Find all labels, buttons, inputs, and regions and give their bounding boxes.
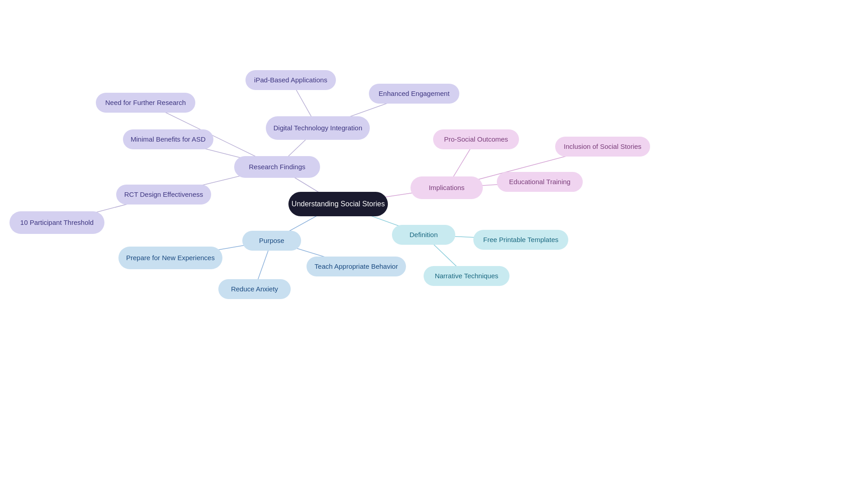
node-prepare-experiences[interactable]: Prepare for New Experiences <box>118 247 222 269</box>
node-teach-behavior[interactable]: Teach Appropriate Behavior <box>307 257 406 276</box>
node-digital-tech[interactable]: Digital Technology Integration <box>266 116 370 140</box>
node-label-inclusion-social: Inclusion of Social Stories <box>562 142 643 151</box>
node-label-prepare-experiences: Prepare for New Experiences <box>124 253 217 262</box>
node-label-enhanced-engagement: Enhanced Engagement <box>377 89 452 98</box>
node-need-research[interactable]: Need for Further Research <box>96 93 195 113</box>
node-label-ipad-apps: iPad-Based Applications <box>252 76 329 85</box>
node-label-10-participant: 10 Participant Threshold <box>19 218 95 227</box>
connections-svg <box>0 0 868 490</box>
node-label-purpose: Purpose <box>257 236 286 245</box>
node-label-center: Understanding Social Stories <box>290 200 387 209</box>
node-label-reduce-anxiety: Reduce Anxiety <box>229 285 280 294</box>
node-free-templates[interactable]: Free Printable Templates <box>473 230 568 250</box>
node-label-teach-behavior: Teach Appropriate Behavior <box>313 262 400 271</box>
node-minimal-benefits[interactable]: Minimal Benefits for ASD <box>123 129 213 149</box>
node-label-minimal-benefits: Minimal Benefits for ASD <box>129 135 208 144</box>
node-ipad-apps[interactable]: iPad-Based Applications <box>245 70 336 90</box>
node-center[interactable]: Understanding Social Stories <box>288 192 388 216</box>
node-10-participant[interactable]: 10 Participant Threshold <box>9 211 104 234</box>
node-pro-social[interactable]: Pro-Social Outcomes <box>433 129 519 149</box>
node-narrative-techniques[interactable]: Narrative Techniques <box>424 266 509 286</box>
node-rct-design[interactable]: RCT Design Effectiveness <box>116 185 211 205</box>
node-label-definition: Definition <box>408 230 440 239</box>
node-label-pro-social: Pro-Social Outcomes <box>442 135 510 144</box>
node-inclusion-social[interactable]: Inclusion of Social Stories <box>555 137 650 157</box>
node-label-narrative-techniques: Narrative Techniques <box>433 271 500 281</box>
node-reduce-anxiety[interactable]: Reduce Anxiety <box>218 279 291 299</box>
node-label-implications: Implications <box>427 183 466 192</box>
node-label-digital-tech: Digital Technology Integration <box>272 124 364 133</box>
node-educational-training[interactable]: Educational Training <box>497 172 583 192</box>
node-definition[interactable]: Definition <box>392 225 455 245</box>
node-enhanced-engagement[interactable]: Enhanced Engagement <box>369 84 459 104</box>
node-label-research-findings: Research Findings <box>247 162 307 171</box>
node-label-need-research: Need for Further Research <box>104 98 188 107</box>
node-label-free-templates: Free Printable Templates <box>481 235 560 244</box>
node-implications[interactable]: Implications <box>410 176 483 199</box>
node-label-rct-design: RCT Design Effectiveness <box>123 190 205 199</box>
node-purpose[interactable]: Purpose <box>242 231 301 251</box>
node-label-educational-training: Educational Training <box>507 177 572 186</box>
node-research-findings[interactable]: Research Findings <box>234 156 320 178</box>
mindmap-container: Understanding Social StoriesResearch Fin… <box>0 0 868 490</box>
